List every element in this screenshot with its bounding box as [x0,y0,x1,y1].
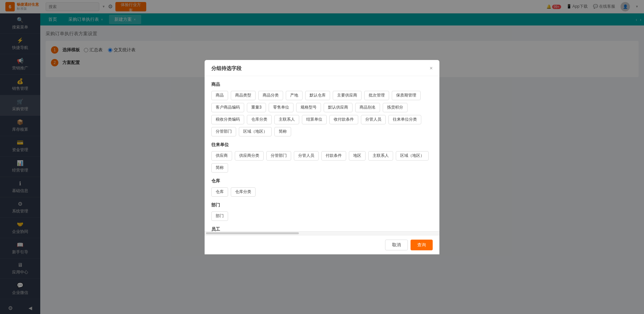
tag-product-20[interactable]: 分管人员 [361,115,386,124]
tag-partner-4[interactable]: 付款条件 [321,151,346,161]
partner-tags: 供应商 供应商分类 分管部门 分管人员 付款条件 地区 主联系人 区域（地区） … [211,151,433,173]
tag-product-9[interactable]: 重量3 [247,103,266,112]
confirm-button[interactable]: 查询 [411,240,433,250]
section-dept-title: 部门 [211,202,433,208]
tag-product-24[interactable]: 简称 [274,127,291,136]
tag-product-16[interactable]: 仓库分类 [247,115,272,124]
tag-product-7[interactable]: 保质期管理 [392,91,421,100]
tag-partner-7[interactable]: 区域（地区） [396,151,429,161]
modal-body[interactable]: 商品 商品 商品类型 商品分类 产地 默认仓库 主要供应商 批次管理 保质期管理… [205,76,439,231]
tag-product-11[interactable]: 规格型号 [296,103,321,112]
tag-product-0[interactable]: 商品 [211,91,228,100]
dept-tags: 部门 [211,211,433,221]
section-product: 商品 商品 商品类型 商品分类 产地 默认仓库 主要供应商 批次管理 保质期管理… [211,81,433,136]
tag-product-3[interactable]: 产地 [286,91,303,100]
section-partner-title: 往来单位 [211,142,433,148]
modal-horizontal-scrollbar[interactable] [205,231,439,235]
tag-product-14[interactable]: 拣货积分 [383,103,408,112]
modal-footer: 取消 查询 [205,235,439,254]
tag-partner-8[interactable]: 简称 [211,163,228,173]
section-partner: 往来单位 供应商 供应商分类 分管部门 分管人员 付款条件 地区 主联系人 区域… [211,142,433,173]
tag-product-23[interactable]: 区域（地区） [239,127,272,136]
field-select-modal: 分组待选字段 × 商品 商品 商品类型 商品分类 产地 默认仓库 主要供应商 批… [205,60,439,254]
tag-product-2[interactable]: 商品分类 [258,91,283,100]
tag-partner-3[interactable]: 分管人员 [294,151,319,161]
tag-dept-0[interactable]: 部门 [211,211,228,221]
tag-partner-6[interactable]: 主联系人 [368,151,393,161]
warehouse-tags: 仓库 仓库分类 [211,187,433,197]
modal-header: 分组待选字段 × [205,60,439,76]
tag-product-22[interactable]: 分管部门 [211,127,236,136]
tag-product-8[interactable]: 客户商品编码 [211,103,244,112]
tag-product-19[interactable]: 收付款条件 [329,115,358,124]
section-staff: 员工 业务员 [211,226,433,231]
section-dept: 部门 部门 [211,202,433,221]
tag-product-10[interactable]: 零售单位 [269,103,293,112]
tag-partner-5[interactable]: 地区 [349,151,366,161]
tag-partner-2[interactable]: 分管部门 [266,151,291,161]
hscroll-thumb [206,232,299,234]
section-warehouse-title: 仓库 [211,178,433,184]
section-staff-title: 员工 [211,226,433,231]
modal-close-button[interactable]: × [430,66,433,71]
tag-partner-1[interactable]: 供应商分类 [235,151,264,161]
tag-warehouse-1[interactable]: 仓库分类 [231,187,256,197]
tag-product-13[interactable]: 商品别名 [355,103,380,112]
cancel-button[interactable]: 取消 [385,240,408,250]
tag-product-5[interactable]: 主要供应商 [333,91,362,100]
tag-product-21[interactable]: 往来单位分类 [388,115,421,124]
section-warehouse: 仓库 仓库 仓库分类 [211,178,433,197]
tag-product-17[interactable]: 主联系人 [274,115,299,124]
tag-product-12[interactable]: 默认供应商 [324,103,353,112]
tag-product-15[interactable]: 税收分类编码 [211,115,244,124]
tag-warehouse-0[interactable]: 仓库 [211,187,228,197]
tag-product-1[interactable]: 商品类型 [231,91,256,100]
modal-title: 分组待选字段 [211,65,241,72]
tag-product-18[interactable]: 结算单位 [302,115,327,124]
tag-partner-0[interactable]: 供应商 [211,151,232,161]
section-product-title: 商品 [211,81,433,87]
tag-product-6[interactable]: 批次管理 [364,91,389,100]
product-tags: 商品 商品类型 商品分类 产地 默认仓库 主要供应商 批次管理 保质期管理 客户… [211,91,433,136]
modal-overlay: 分组待选字段 × 商品 商品 商品类型 商品分类 产地 默认仓库 主要供应商 批… [0,0,644,314]
tag-product-4[interactable]: 默认仓库 [305,91,330,100]
